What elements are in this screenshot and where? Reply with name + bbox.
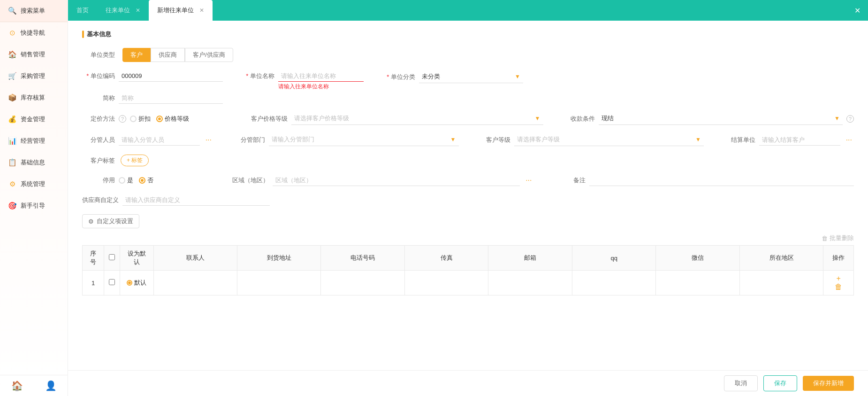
unit-type-customer[interactable]: 客户 bbox=[122, 48, 151, 62]
row-region[interactable] bbox=[739, 271, 823, 295]
customer-price-level-select[interactable]: 请选择客户价格等级 ▼ bbox=[291, 112, 543, 125]
row-wechat-input[interactable] bbox=[661, 280, 734, 287]
sidebar-item-operations[interactable]: 📊 经营管理 bbox=[0, 130, 68, 152]
guide-icon: 🎯 bbox=[8, 201, 17, 210]
tab-partners[interactable]: 往来单位 ✕ bbox=[97, 0, 149, 21]
close-partners-tab[interactable]: ✕ bbox=[136, 7, 140, 14]
row-qq-input[interactable] bbox=[577, 280, 651, 287]
tab-home[interactable]: 首页 bbox=[68, 0, 97, 21]
trash-icon: 🗑 bbox=[822, 235, 828, 242]
department-select[interactable]: 请输入分管部门 ▼ bbox=[269, 133, 459, 146]
save-button[interactable]: 保存 bbox=[763, 375, 797, 391]
sidebar-item-guide[interactable]: 🎯 新手引导 bbox=[0, 195, 68, 217]
disabled-field: 停用 是 否 bbox=[82, 176, 213, 185]
settlement-unit-input[interactable] bbox=[759, 134, 840, 146]
tags-row: 客户标签 + 标签 bbox=[82, 155, 854, 166]
row-phone[interactable] bbox=[321, 271, 404, 295]
select-all-checkbox[interactable] bbox=[109, 254, 115, 260]
pricing-method-label: 定价方法 bbox=[82, 115, 115, 123]
sidebar-home-btn[interactable]: 🏠 bbox=[0, 375, 34, 396]
tabs-bar: 首页 往来单位 ✕ 新增往来单位 ✕ ✕ bbox=[68, 0, 868, 21]
settlement-more-btn[interactable]: ··· bbox=[844, 136, 854, 144]
sidebar-footer: 🏠 👤 bbox=[0, 375, 68, 396]
region-input[interactable] bbox=[273, 175, 520, 186]
short-name-input[interactable] bbox=[119, 93, 223, 104]
batch-delete-area[interactable]: 🗑 批量删除 bbox=[82, 234, 854, 242]
row-delete-btn[interactable]: 🗑 bbox=[833, 283, 844, 291]
contact-table: 序号 设为默认 联系人 到货地址 电话号码 传真 邮箱 qq 微信 所在地区 操… bbox=[82, 245, 854, 295]
row-default-radio[interactable] bbox=[127, 280, 132, 286]
unit-type-both[interactable]: 客户/供应商 bbox=[185, 48, 233, 62]
row-email[interactable] bbox=[488, 271, 572, 295]
customer-level-field: 客户等级 请选择客户等级 ▼ bbox=[478, 133, 704, 146]
price-level-arrow: ▼ bbox=[535, 115, 541, 122]
payment-help-icon[interactable]: ? bbox=[846, 115, 854, 123]
unit-name-input[interactable] bbox=[278, 70, 364, 82]
supplier-custom-field: 供应商自定义 bbox=[82, 194, 270, 206]
row-qq[interactable] bbox=[572, 271, 656, 295]
col-wechat: 微信 bbox=[656, 246, 739, 271]
remark-input[interactable] bbox=[589, 175, 854, 186]
gear-icon: ⚙ bbox=[88, 218, 94, 225]
save-new-button[interactable]: 保存并新增 bbox=[803, 376, 854, 391]
remark-field: 备注 bbox=[553, 175, 854, 186]
row-contact[interactable] bbox=[153, 271, 237, 295]
unit-name-error: 请输入往来单位名称 bbox=[278, 83, 364, 91]
manager-label: 分管人员 bbox=[82, 136, 115, 144]
sidebar-item-finance[interactable]: 💰 资金管理 bbox=[0, 109, 68, 130]
supplier-custom-row: 供应商自定义 bbox=[82, 194, 854, 206]
row-add-btn[interactable]: + bbox=[835, 274, 843, 283]
supplier-custom-input[interactable] bbox=[122, 194, 270, 206]
sidebar-item-quick-nav[interactable]: ⊙ 快捷导航 bbox=[0, 22, 68, 44]
radio-no[interactable]: 否 bbox=[139, 176, 153, 185]
department-arrow: ▼ bbox=[450, 136, 456, 143]
system-icon: ⚙ bbox=[8, 179, 17, 189]
radio-yes[interactable]: 是 bbox=[119, 176, 133, 185]
row-email-input[interactable] bbox=[493, 280, 567, 287]
manager-input[interactable] bbox=[119, 134, 200, 146]
disabled-label: 停用 bbox=[82, 176, 115, 185]
sidebar-user-btn[interactable]: 👤 bbox=[34, 375, 68, 396]
radio-price-level[interactable]: 价格等级 bbox=[156, 115, 189, 123]
cancel-button[interactable]: 取消 bbox=[724, 375, 758, 391]
sidebar-item-inventory[interactable]: 📦 库存核算 bbox=[0, 87, 68, 109]
short-name-row: 简称 bbox=[82, 93, 854, 104]
sidebar-item-purchase[interactable]: 🛒 采购管理 bbox=[0, 65, 68, 87]
row-checkbox-input[interactable] bbox=[109, 279, 115, 285]
short-name-field: 简称 bbox=[82, 93, 223, 104]
unit-code-input[interactable] bbox=[119, 70, 223, 82]
supplier-custom-label: 供应商自定义 bbox=[82, 196, 119, 204]
payment-condition-select[interactable]: 现结 ▼ bbox=[599, 112, 843, 125]
unit-category-arrow: ▼ bbox=[515, 73, 520, 80]
tags-label: 客户标签 bbox=[82, 156, 115, 165]
region-more-btn[interactable]: ··· bbox=[524, 176, 533, 185]
col-default: 设为默认 bbox=[120, 246, 153, 271]
row-fax[interactable] bbox=[404, 271, 488, 295]
radio-discount[interactable]: 折扣 bbox=[130, 115, 151, 123]
sidebar-item-sales[interactable]: 🏠 销售管理 bbox=[0, 44, 68, 65]
manager-field: 分管人员 ··· bbox=[82, 134, 213, 146]
unit-type-supplier[interactable]: 供应商 bbox=[151, 48, 185, 62]
row-address-input[interactable] bbox=[242, 280, 316, 287]
manager-more-btn[interactable]: ··· bbox=[204, 136, 213, 144]
row-wechat[interactable] bbox=[656, 271, 739, 295]
custom-settings-button[interactable]: ⚙ 自定义项设置 bbox=[82, 214, 139, 228]
sidebar-item-search[interactable]: 🔍 搜索菜单 bbox=[0, 0, 68, 22]
pricing-help-icon[interactable]: ? bbox=[119, 115, 126, 123]
add-tag-button[interactable]: + 标签 bbox=[121, 155, 149, 166]
radio-yes-circle bbox=[119, 177, 125, 184]
close-new-partner-tab[interactable]: ✕ bbox=[199, 7, 204, 14]
tabs-bar-close-all[interactable]: ✕ bbox=[847, 6, 868, 15]
row-address[interactable] bbox=[237, 271, 321, 295]
row-contact-input[interactable] bbox=[159, 280, 232, 287]
sidebar-item-system[interactable]: ⚙ 系统管理 bbox=[0, 173, 68, 195]
row-region-input[interactable] bbox=[745, 280, 818, 287]
payment-condition-arrow: ▼ bbox=[834, 115, 840, 122]
row-phone-input[interactable] bbox=[326, 280, 399, 287]
region-label: 区域（地区） bbox=[232, 176, 269, 185]
row-fax-input[interactable] bbox=[410, 280, 483, 287]
sidebar-item-basic-info[interactable]: 📋 基础信息 bbox=[0, 152, 68, 173]
tab-new-partner[interactable]: 新增往来单位 ✕ bbox=[149, 0, 213, 21]
unit-category-select[interactable]: 未分类 ▼ bbox=[419, 70, 523, 83]
customer-level-select[interactable]: 请选择客户等级 ▼ bbox=[514, 133, 704, 146]
